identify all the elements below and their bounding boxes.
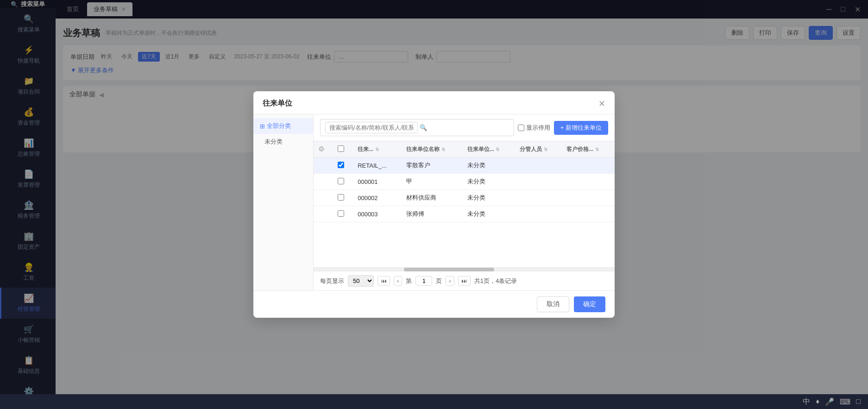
row-settings-3 xyxy=(314,206,333,222)
dialog-search-box: 🔍 xyxy=(320,119,514,136)
category-unclassified-label: 未分类 xyxy=(264,138,283,145)
table-row[interactable]: 000002 材料供应商 未分类 xyxy=(314,190,615,206)
mic-icon[interactable]: 🎤 xyxy=(825,397,834,406)
dialog-table: ⚙ 往来... ⇅ 往来单位名称 ⇅ 往来单位... ⇅ 分管人员 ⇅ 客户价格… xyxy=(314,141,615,267)
select-all-checkbox[interactable] xyxy=(338,145,344,152)
row-price-3 xyxy=(562,206,615,222)
display-icon[interactable]: □ xyxy=(856,397,861,406)
page-size-select[interactable]: 50 20 100 xyxy=(348,275,374,287)
row-category-0: 未分类 xyxy=(463,157,516,174)
col-manager[interactable]: 分管人员 ⇅ xyxy=(515,141,562,157)
total-label: 共1页，4条记录 xyxy=(474,277,517,285)
col-price[interactable]: 客户价格... ⇅ xyxy=(562,141,615,157)
dialog-scrollbar[interactable] xyxy=(314,267,615,271)
row-price-2 xyxy=(562,190,615,206)
dialog-pagination: 每页显示 50 20 100 ⏮ ‹ 第 页 › ⏭ 共1页，4条记录 xyxy=(314,271,615,290)
bottom-bar: 中 ♦ 🎤 ⌨ □ xyxy=(0,394,868,409)
row-name-2: 材料供应商 xyxy=(402,190,462,206)
dialog-title: 往来单位 xyxy=(263,99,292,108)
row-manager-3 xyxy=(515,206,562,222)
category-all[interactable]: ⊞ 全部分类 xyxy=(253,118,313,134)
row-settings-2 xyxy=(314,190,333,206)
row-name-0: 零散客户 xyxy=(402,157,462,174)
diamond-icon[interactable]: ♦ xyxy=(816,397,819,406)
page-size-label: 每页显示 xyxy=(320,277,344,285)
row-checkbox-1[interactable] xyxy=(333,174,353,190)
table-row[interactable]: 000003 张师傅 未分类 xyxy=(314,206,615,222)
row-checkbox-2[interactable] xyxy=(333,190,353,206)
page-label-pre: 第 xyxy=(406,277,412,285)
row-checkbox-3[interactable] xyxy=(333,206,353,222)
row-settings-1 xyxy=(314,174,333,190)
row-name-3: 张师傅 xyxy=(402,206,462,222)
row-category-3: 未分类 xyxy=(463,206,516,222)
dialog-content: 🔍 显示停用 + 新增往来单位 ⚙ xyxy=(314,114,615,290)
sort-icon-code: ⇅ xyxy=(375,147,379,152)
row-settings-0 xyxy=(314,157,333,174)
next-page-button[interactable]: › xyxy=(446,276,454,286)
col-settings: ⚙ xyxy=(314,141,333,157)
row-price-1 xyxy=(562,174,615,190)
row-manager-1 xyxy=(515,174,562,190)
new-partner-button[interactable]: + 新增往来单位 xyxy=(554,121,608,135)
sort-icon-price: ⇅ xyxy=(595,147,599,152)
dialog-body: ⊞ 全部分类 未分类 🔍 显示停用 xyxy=(253,114,615,290)
category-all-label: 全部分类 xyxy=(267,122,291,130)
sort-icon-name: ⇅ xyxy=(441,147,445,152)
prev-page-button[interactable]: ‹ xyxy=(394,276,402,286)
partner-dialog: 往来单位 ✕ ⊞ 全部分类 未分类 🔍 xyxy=(253,91,615,318)
page-number-input[interactable] xyxy=(415,276,432,286)
dialog-close-button[interactable]: ✕ xyxy=(598,100,605,108)
input-method-icon[interactable]: 中 xyxy=(803,397,810,407)
col-checkbox xyxy=(333,141,353,157)
sort-icon-manager: ⇅ xyxy=(544,147,547,152)
row-manager-2 xyxy=(515,190,562,206)
row-code-1: 000001 xyxy=(353,174,402,190)
dialog-table-header: ⚙ 往来... ⇅ 往来单位名称 ⇅ 往来单位... ⇅ 分管人员 ⇅ 客户价格… xyxy=(314,141,615,157)
sort-icon-category: ⇅ xyxy=(496,147,499,152)
col-category[interactable]: 往来单位... ⇅ xyxy=(463,141,516,157)
page-label: 页 xyxy=(436,277,442,285)
dialog-header: 往来单位 ✕ xyxy=(253,91,615,114)
row-name-1: 甲 xyxy=(402,174,462,190)
settings-icon[interactable]: ⚙ xyxy=(318,145,324,153)
table-row[interactable]: RETAIL_... 零散客户 未分类 xyxy=(314,157,615,174)
keyboard-icon[interactable]: ⌨ xyxy=(840,397,850,406)
show-disabled-label[interactable]: 显示停用 xyxy=(518,124,550,132)
cancel-button[interactable]: 取消 xyxy=(537,296,569,312)
last-page-button[interactable]: ⏭ xyxy=(458,276,471,286)
show-disabled-checkbox[interactable] xyxy=(518,125,524,131)
table-row[interactable]: 000001 甲 未分类 xyxy=(314,174,615,190)
modal-overlay: 往来单位 ✕ ⊞ 全部分类 未分类 🔍 xyxy=(0,0,868,409)
col-code[interactable]: 往来... ⇅ xyxy=(353,141,402,157)
search-icon: 🔍 xyxy=(420,124,427,131)
row-code-0: RETAIL_... xyxy=(353,157,402,174)
scrollbar-thumb xyxy=(404,268,494,271)
row-code-3: 000003 xyxy=(353,206,402,222)
dialog-sidebar: ⊞ 全部分类 未分类 xyxy=(253,114,314,290)
dialog-search-input[interactable] xyxy=(325,122,418,133)
first-page-button[interactable]: ⏮ xyxy=(377,276,390,286)
dialog-actions: 取消 确定 xyxy=(253,290,615,318)
category-all-icon: ⊞ xyxy=(260,123,265,130)
row-checkbox-0[interactable] xyxy=(333,157,353,174)
confirm-button[interactable]: 确定 xyxy=(574,296,605,312)
row-code-2: 000002 xyxy=(353,190,402,206)
row-manager-0 xyxy=(515,157,562,174)
row-category-2: 未分类 xyxy=(463,190,516,206)
dialog-search-row: 🔍 显示停用 + 新增往来单位 xyxy=(314,114,615,141)
row-category-1: 未分类 xyxy=(463,174,516,190)
col-name[interactable]: 往来单位名称 ⇅ xyxy=(402,141,462,157)
category-unclassified[interactable]: 未分类 xyxy=(253,134,313,150)
row-price-0 xyxy=(562,157,615,174)
